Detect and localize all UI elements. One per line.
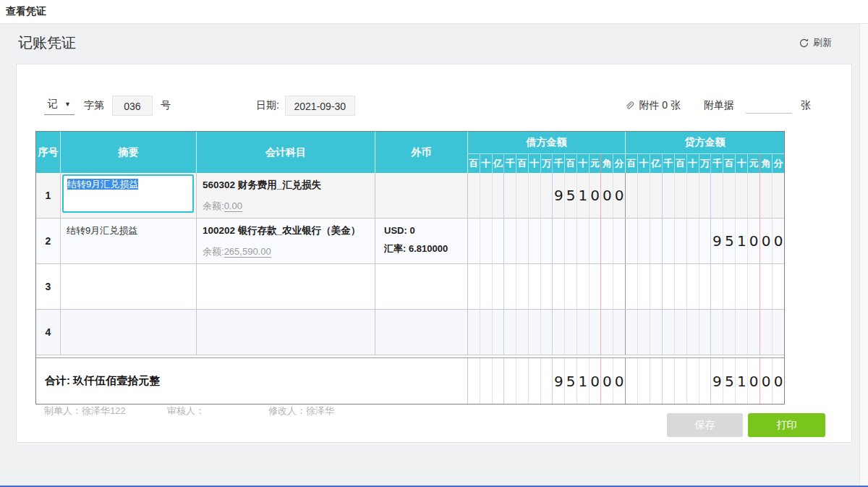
amount-digit — [468, 219, 480, 263]
row4-credit-cell[interactable] — [626, 310, 784, 355]
amount-digit — [663, 173, 675, 218]
amount-digit: 0 — [613, 358, 625, 404]
summary-edit-input[interactable]: 结转9月汇兑损益 — [62, 174, 194, 213]
row2-summary-cell[interactable]: 结转9月汇兑损益 — [61, 219, 197, 263]
amount-digit — [773, 173, 784, 218]
amount-digit — [504, 358, 516, 404]
amount-digit — [687, 264, 699, 309]
attachment-group: 附件 0 张 附单据 张 — [624, 98, 811, 114]
window-titlebar: 查看凭证 — [0, 0, 868, 24]
amount-digit — [699, 173, 712, 218]
table-row: 1 结转9月汇兑损益 560302 财务费用_汇兑损失 余额:0.00 9510… — [36, 173, 784, 219]
row4-account-cell[interactable] — [197, 310, 375, 355]
digit-column-label: 百 — [675, 154, 687, 173]
save-button[interactable]: 保存 — [667, 413, 743, 437]
amount-digit — [699, 310, 712, 355]
amount-digit: 5 — [723, 219, 736, 263]
digit-column-label: 亿 — [493, 154, 505, 173]
print-button[interactable]: 打印 — [748, 413, 825, 437]
amount-digit — [663, 264, 675, 309]
header-credit: 贷方金额 百十亿千百十万千百十元角分 — [626, 132, 784, 173]
voucher-number-input[interactable]: 036 — [112, 96, 153, 116]
amount-digit: 9 — [553, 173, 565, 218]
amount-digit — [468, 264, 480, 309]
refresh-button[interactable]: 刷新 — [799, 36, 832, 49]
row1-credit-cell[interactable] — [626, 173, 784, 218]
amount-digit — [760, 264, 773, 309]
amount-digit — [553, 264, 565, 309]
amount-digit — [516, 219, 529, 263]
row4-debit-cell[interactable] — [468, 310, 626, 355]
amount-digit: 0 — [601, 358, 613, 404]
row2-debit-cell[interactable] — [468, 219, 626, 263]
row2-seq: 2 — [36, 219, 61, 263]
amount-digit — [577, 264, 590, 309]
digit-column-label: 十 — [480, 154, 493, 173]
amount-digit — [601, 219, 613, 263]
modifier-value: 徐泽华 — [306, 405, 334, 416]
amount-digit — [723, 173, 736, 218]
row3-account-cell[interactable] — [197, 264, 375, 309]
amount-digit — [687, 173, 699, 218]
digit-column-label: 百 — [516, 154, 529, 173]
amount-digit — [480, 219, 493, 263]
voucher-table: 序号 摘要 会计科目 外币 借方金额 百十亿千百十万千百十元角分 贷方金额 百十… — [35, 131, 785, 405]
row4-seq: 4 — [36, 310, 61, 355]
total-credit-cell: 951000 — [626, 358, 784, 404]
row2-currency-cell[interactable]: USD: 0 汇率: 6.810000 — [375, 219, 468, 263]
debit-digit-columns: 百十亿千百十万千百十元角分 — [468, 154, 625, 173]
attachment-count-link[interactable]: 附件 0 张 — [639, 99, 681, 112]
date-input[interactable]: 2021-09-30 — [285, 96, 355, 116]
amount-digit — [516, 173, 529, 218]
total-label: 合计: 玖仟伍佰壹拾元整 — [36, 358, 468, 404]
amount-digit — [736, 264, 748, 309]
amount-digit — [529, 264, 541, 309]
amount-digit — [480, 264, 493, 309]
balance-label: 余额: — [203, 246, 224, 257]
hao-label: 号 — [161, 99, 171, 112]
amount-digit — [663, 358, 675, 404]
row2-credit-cell[interactable]: 951000 — [626, 219, 784, 263]
amount-digit: 9 — [711, 358, 723, 404]
amount-digit: 9 — [553, 358, 565, 404]
credit-digit-columns: 百十亿千百十万千百十元角分 — [626, 154, 784, 173]
amount-digit — [577, 310, 590, 355]
reviewer-label: 审核人： — [167, 405, 205, 416]
row4-currency-cell[interactable] — [375, 310, 468, 355]
digit-column-label: 千 — [553, 154, 565, 173]
amount-digit: 0 — [590, 173, 602, 218]
row3-credit-cell[interactable] — [626, 264, 784, 309]
table-row: 3 — [36, 264, 784, 310]
scroll-strip[interactable] — [859, 24, 868, 487]
row1-account-cell[interactable]: 560302 财务费用_汇兑损失 余额:0.00 — [197, 173, 375, 218]
amount-digit: 0 — [748, 219, 760, 263]
voucher-word-select[interactable]: 记 ▼ — [44, 96, 75, 115]
amount-digit — [468, 358, 480, 404]
table-row: 2 结转9月汇兑损益 100202 银行存款_农业银行（美金） 余额:265,5… — [36, 219, 784, 264]
row3-currency-cell[interactable] — [375, 264, 468, 309]
amount-digit — [626, 219, 638, 263]
amount-digit — [504, 173, 516, 218]
voucher-word-value: 记 — [48, 98, 58, 111]
amount-digit — [711, 264, 723, 309]
row1-debit-cell[interactable]: 951000 — [468, 173, 626, 218]
amount-digit — [504, 310, 516, 355]
row3-debit-cell[interactable] — [468, 264, 626, 309]
table-header: 序号 摘要 会计科目 外币 借方金额 百十亿千百十万千百十元角分 贷方金额 百十… — [36, 132, 784, 173]
row4-summary-cell[interactable] — [61, 310, 197, 355]
header-debit-title: 借方金额 — [468, 132, 625, 154]
row1-account-name: 560302 财务费用_汇兑损失 — [203, 179, 321, 192]
row3-summary-cell[interactable] — [61, 264, 197, 309]
digit-column-label: 角 — [760, 154, 773, 173]
digit-column-label: 百 — [723, 154, 736, 173]
amount-digit — [760, 173, 773, 218]
receipts-label: 附单据 — [704, 99, 734, 112]
row1-currency-cell[interactable] — [375, 173, 468, 218]
row1-summary-cell[interactable]: 结转9月汇兑损益 — [61, 173, 197, 218]
amount-digit — [516, 358, 529, 404]
row1-balance: 余额:0.00 — [203, 200, 242, 213]
row2-account-cell[interactable]: 100202 银行存款_农业银行（美金） 余额:265,590.00 — [197, 219, 375, 263]
amount-digit — [613, 219, 625, 263]
receipts-count-input[interactable] — [746, 98, 792, 114]
amount-digit — [773, 310, 784, 355]
